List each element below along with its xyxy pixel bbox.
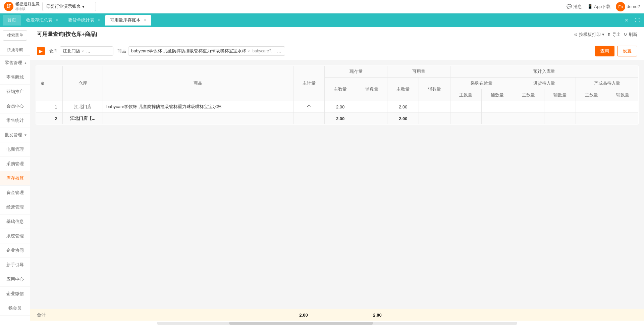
- quick-nav-btn[interactable]: 快捷导航: [0, 44, 30, 56]
- store-chevron-icon: ▾: [82, 4, 85, 9]
- sidebar-label-system-mgmt: 系统管理: [3, 233, 27, 239]
- td-num-2: 2: [49, 113, 63, 125]
- warehouse-tag: 江北门店 ×: [63, 48, 84, 54]
- warehouse-value: 江北门店: [63, 48, 80, 54]
- table-area: ⚙ 仓库 商品 主计量 现存量 可用量 预计入库量 主数量 辅数量 主数量 辅数…: [30, 60, 644, 309]
- horizontal-scrollbar-track[interactable]: [157, 322, 517, 325]
- refresh-btn[interactable]: ↻ 刷新: [624, 32, 637, 38]
- td-inbound-aux-2: [544, 113, 576, 125]
- tab-available-inventory-close[interactable]: ×: [144, 18, 146, 22]
- sidebar-item-chang-member[interactable]: 畅会员: [0, 301, 30, 316]
- app-download-btn[interactable]: 📱 App下载: [587, 4, 610, 10]
- product-remove-btn[interactable]: ×: [248, 49, 250, 53]
- phone-icon: 📱: [587, 4, 593, 9]
- td-purchase-aux-2: [482, 113, 513, 125]
- logo-text-area: 畅捷通好生意 标准版: [15, 2, 40, 11]
- th-product-main: 主数量: [576, 89, 607, 101]
- table-row: 2 江北门店【... 2.00 2.00: [36, 113, 639, 125]
- message-btn[interactable]: 💬 消息: [567, 4, 582, 10]
- table-row: 1 江北门店 babycare学饮杯 儿童防摔防撞吸管杯重力球吸嘴杯宝宝水杯 个…: [36, 101, 639, 113]
- tab-order-stats-label: 要货单统计表: [68, 17, 94, 23]
- tab-summary-label: 收发存汇总表: [26, 17, 52, 23]
- sidebar-item-retail-stats[interactable]: 零售统计: [0, 113, 30, 128]
- print-label: 按模板打印: [579, 32, 601, 38]
- sidebar-item-purchase-mgmt[interactable]: 采购管理: [0, 157, 30, 171]
- tab-available-inventory[interactable]: 可用量库存账本 ×: [105, 15, 151, 26]
- sidebar-item-wholesale-mgmt[interactable]: 批发管理 ▼: [0, 128, 30, 142]
- footer-label: 合计: [37, 312, 77, 318]
- table-header-row-1: ⚙ 仓库 商品 主计量 现存量 可用量 预计入库量: [36, 66, 639, 78]
- tab-summary[interactable]: 收发存汇总表 ×: [21, 15, 63, 26]
- sidebar-item-system-mgmt[interactable]: 系统管理: [0, 229, 30, 243]
- warehouse-remove-btn[interactable]: ×: [82, 49, 84, 53]
- sidebar-item-newbie-guide[interactable]: 新手引导: [0, 258, 30, 272]
- td-purchase-aux-1: [482, 101, 513, 113]
- th-inbound-main: 主数量: [513, 89, 544, 101]
- th-planned-inbound-group: 预计入库量: [450, 66, 638, 78]
- sidebar-item-member-center[interactable]: 会员中心: [0, 99, 30, 113]
- nav-fullscreen-btn[interactable]: ⛶: [633, 16, 641, 24]
- store-select[interactable]: 母婴行业演示账套 ▾: [42, 2, 96, 11]
- sidebar-item-enterprise-wechat[interactable]: 企业微信: [0, 287, 30, 301]
- sidebar-label-retail-mgmt: 零售管理: [3, 60, 24, 66]
- sidebar-label-basic-info: 基础信息: [3, 219, 27, 225]
- sidebar-item-retail-mgmt[interactable]: 零售管理 ▲: [0, 56, 30, 70]
- td-product-1: babycare学饮杯 儿童防摔防撞吸管杯重力球吸嘴杯宝宝水杯: [103, 101, 293, 113]
- sidebar-label-marketing: 营销推广: [3, 89, 27, 95]
- td-gear-1: [36, 101, 49, 113]
- th-product-pending-group: 产成品待入量: [576, 78, 638, 89]
- page-title: 可用量查询(按仓库+商品): [37, 31, 97, 38]
- sidebar-item-marketing[interactable]: 营销推广: [0, 85, 30, 99]
- footer-avail-main-total: 2.00: [357, 313, 397, 318]
- footer-current-main-total: 2.00: [283, 313, 324, 318]
- td-product-main-1: [576, 101, 607, 113]
- warehouse-label: 仓库: [49, 48, 58, 54]
- tab-order-stats[interactable]: 要货单统计表 ×: [63, 15, 105, 26]
- user-area[interactable]: Ea demo2: [616, 2, 640, 11]
- nav-close-btn[interactable]: ✕: [623, 16, 631, 24]
- td-product-aux-1: [607, 101, 639, 113]
- warehouse-dots[interactable]: ...: [85, 49, 91, 54]
- td-product-main-2: [576, 113, 607, 125]
- filter-expand-btn[interactable]: ▶: [37, 47, 45, 55]
- sidebar-label-app-center: 应用中心: [3, 276, 27, 282]
- sidebar-label-wholesale-mgmt: 批发管理: [3, 132, 24, 138]
- nav-tabs: 首页 收发存汇总表 × 要货单统计表 × 可用量库存账本 × ✕ ⛶: [0, 13, 644, 27]
- horizontal-scrollbar-thumb[interactable]: [229, 322, 373, 325]
- tab-home[interactable]: 首页: [3, 15, 21, 26]
- app-download-label: App下载: [594, 4, 610, 10]
- print-btn[interactable]: 🖨 按模板打印 ▾: [573, 32, 604, 38]
- sidebar-label-newbie-guide: 新手引导: [3, 262, 27, 268]
- top-bar-right: 💬 消息 📱 App下载 Ea demo2: [567, 2, 640, 11]
- search-menu-btn[interactable]: 搜索菜单: [3, 30, 27, 41]
- sidebar-item-retail-mall[interactable]: 零售商城: [0, 70, 30, 85]
- query-btn[interactable]: 查询: [595, 46, 614, 56]
- nav-right-controls: ✕ ⛶: [623, 16, 641, 24]
- td-avail-main-1: 2.00: [387, 101, 419, 113]
- sidebar-item-basic-info[interactable]: 基础信息: [0, 215, 30, 229]
- tab-order-stats-close[interactable]: ×: [98, 18, 100, 22]
- store-name: 母婴行业演示账套: [46, 3, 81, 9]
- sidebar-item-fund-mgmt[interactable]: 资金管理: [0, 186, 30, 200]
- expand-icon: ▶: [39, 49, 43, 54]
- table-footer: 合计 2.00 2.00: [30, 309, 644, 321]
- product-value: babycare学饮杯 儿童防摔防撞吸管杯重力球吸嘴杯宝宝水杯: [131, 48, 246, 54]
- sidebar-item-enterprise-collab[interactable]: 企业协同: [0, 243, 30, 258]
- sidebar-label-enterprise-collab: 企业协同: [3, 247, 27, 253]
- th-gear[interactable]: ⚙: [36, 66, 49, 101]
- td-unit-2: [293, 113, 325, 125]
- td-gear-2: [36, 113, 49, 125]
- warehouse-input[interactable]: 江北门店 × ...: [60, 46, 113, 56]
- td-purchase-main-2: [450, 113, 482, 125]
- sidebar-item-app-center[interactable]: 应用中心: [0, 272, 30, 287]
- sidebar-label-enterprise-wechat: 企业微信: [3, 291, 27, 297]
- sidebar-item-ecommerce-mgmt[interactable]: 电商管理: [0, 142, 30, 157]
- settings-btn[interactable]: 设置: [617, 46, 637, 56]
- sidebar-item-inventory-accounting[interactable]: 库存核算: [0, 171, 30, 186]
- tab-summary-close[interactable]: ×: [56, 18, 58, 22]
- th-purchase-main: 主数量: [450, 89, 482, 101]
- sidebar-item-operation-mgmt[interactable]: 经营管理: [0, 200, 30, 215]
- product-input[interactable]: babycare学饮杯 儿童防摔防撞吸管杯重力球吸嘴杯宝宝水杯 × babyca…: [128, 46, 285, 56]
- export-btn[interactable]: ⬆ 导出: [607, 32, 621, 38]
- product-dots[interactable]: ...: [276, 49, 282, 54]
